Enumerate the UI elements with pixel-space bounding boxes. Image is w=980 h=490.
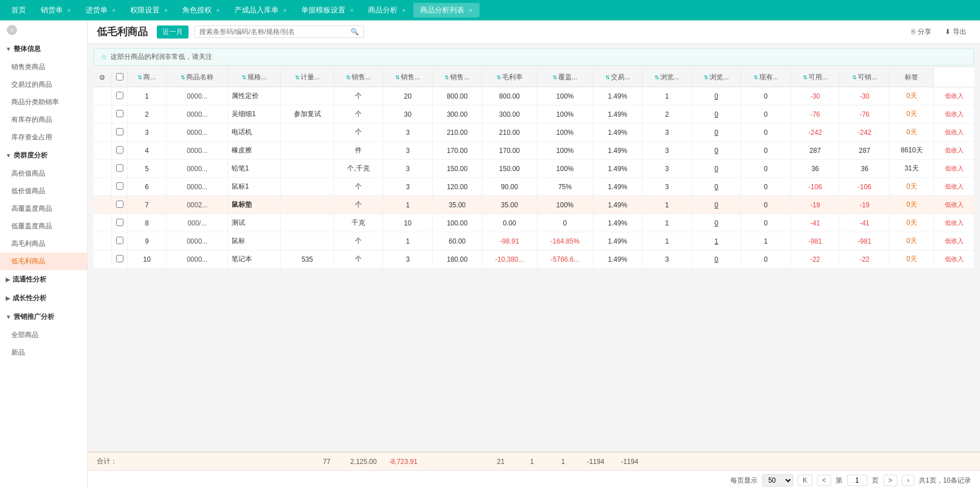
- row-checkbox[interactable]: [112, 250, 127, 269]
- row-view1[interactable]: 0: [692, 123, 741, 142]
- col-unit[interactable]: ⇅计量...: [281, 68, 333, 87]
- col-current[interactable]: ⇅现有...: [741, 68, 790, 87]
- nav-product-entry[interactable]: 产成品入库单 ×: [228, 3, 293, 18]
- page-size-select[interactable]: 10 20 50 100: [762, 474, 793, 487]
- page-number-input[interactable]: [847, 475, 867, 486]
- sidebar-item-all-products[interactable]: 全部商品: [0, 326, 87, 344]
- col-view2[interactable]: ⇅浏览...: [692, 68, 741, 87]
- sidebar-item-high-value[interactable]: 高价值商品: [0, 165, 87, 182]
- col-view1[interactable]: ⇅浏览...: [642, 68, 691, 87]
- sidebar-collapse-btn[interactable]: «: [7, 25, 17, 35]
- sidebar-section-circulation[interactable]: ▶ 流通性分析: [0, 270, 87, 289]
- nav-product-analysis[interactable]: 商品分析 ×: [361, 3, 412, 18]
- col-gross-margin[interactable]: ⇅毛利率: [482, 68, 537, 87]
- row-product-name[interactable]: 测试: [228, 214, 281, 232]
- sidebar-item-high-margin[interactable]: 高毛利商品: [0, 235, 87, 253]
- last-page-button[interactable]: ›: [902, 475, 914, 486]
- nav-sales-order[interactable]: 销货单 ×: [34, 3, 78, 18]
- export-button[interactable]: ⬇ 导出: [940, 25, 971, 39]
- sidebar-section-cluster[interactable]: ▼ 类群度分析: [0, 146, 87, 165]
- sidebar-item-low-margin[interactable]: 低毛利商品: [0, 253, 87, 270]
- row-checkbox[interactable]: [112, 105, 127, 123]
- row-select-checkbox[interactable]: [116, 164, 123, 172]
- row-product-name[interactable]: 鼠标: [228, 232, 281, 250]
- close-icon[interactable]: ×: [112, 7, 115, 14]
- close-icon[interactable]: ×: [216, 7, 220, 14]
- col-code[interactable]: ⇅商...: [127, 68, 166, 87]
- row-product-name[interactable]: 铅笔1: [228, 160, 281, 178]
- row-product-name[interactable]: 鼠标垫: [228, 196, 281, 214]
- row-select-checkbox[interactable]: [116, 255, 123, 262]
- sidebar-section-marketing[interactable]: ▼ 营销推广分析: [0, 308, 87, 326]
- row-select-checkbox[interactable]: [116, 182, 123, 190]
- close-icon[interactable]: ×: [469, 7, 472, 14]
- col-checkbox[interactable]: [112, 68, 127, 87]
- col-sales-price[interactable]: ⇅销售...: [383, 68, 433, 87]
- row-view1[interactable]: 0: [692, 250, 741, 269]
- sidebar-item-low-coverage[interactable]: 低覆盖度商品: [0, 218, 87, 235]
- row-product-name[interactable]: 吴细细1: [228, 105, 281, 123]
- col-spec[interactable]: ⇅规格...: [228, 68, 281, 87]
- sidebar-item-in-stock[interactable]: 有库存的商品: [0, 111, 87, 129]
- col-settings[interactable]: ⚙: [93, 68, 112, 87]
- close-icon[interactable]: ×: [402, 7, 405, 14]
- col-available[interactable]: ⇅可用...: [790, 68, 840, 87]
- row-product-name[interactable]: 鼠标1: [228, 178, 281, 196]
- row-checkbox[interactable]: [112, 178, 127, 196]
- row-view1[interactable]: 0: [692, 87, 741, 105]
- select-all-checkbox[interactable]: [116, 73, 123, 80]
- nav-home[interactable]: 首页: [5, 3, 33, 18]
- nav-purchase-order[interactable]: 进货单 ×: [79, 3, 122, 18]
- search-icon[interactable]: 🔍: [350, 28, 359, 36]
- sidebar-item-traded-products[interactable]: 交易过的商品: [0, 76, 87, 93]
- sidebar-item-category-sales-rate[interactable]: 商品分类助销率: [0, 93, 87, 111]
- sidebar-section-growth[interactable]: ▶ 成长性分析: [0, 289, 87, 308]
- next-page-button[interactable]: >: [883, 475, 897, 486]
- row-view1[interactable]: 0: [692, 105, 741, 123]
- sidebar-item-high-coverage[interactable]: 高覆盖度商品: [0, 200, 87, 218]
- close-icon[interactable]: ×: [67, 7, 71, 14]
- row-checkbox[interactable]: [112, 196, 127, 214]
- close-icon[interactable]: ×: [164, 7, 168, 14]
- close-icon[interactable]: ×: [283, 7, 286, 14]
- row-checkbox[interactable]: [112, 123, 127, 142]
- row-checkbox[interactable]: [112, 160, 127, 178]
- row-select-checkbox[interactable]: [116, 219, 123, 226]
- row-product-name[interactable]: 属性定价: [228, 87, 281, 105]
- row-select-checkbox[interactable]: [116, 110, 123, 117]
- row-product-name[interactable]: 电话机: [228, 123, 281, 142]
- row-select-checkbox[interactable]: [116, 92, 123, 99]
- row-view1[interactable]: 0: [692, 214, 741, 232]
- row-product-name[interactable]: 笔记本: [228, 250, 281, 269]
- row-select-checkbox[interactable]: [116, 201, 123, 208]
- prev-page-button[interactable]: <: [817, 475, 831, 486]
- col-trade[interactable]: ⇅交易...: [593, 68, 642, 87]
- row-view1[interactable]: 0: [692, 178, 741, 196]
- first-page-button[interactable]: K: [798, 475, 812, 486]
- sidebar-item-stock-capital[interactable]: 库存资金占用: [0, 129, 87, 146]
- share-button[interactable]: ⎘ 分享: [907, 25, 936, 39]
- row-checkbox[interactable]: [112, 214, 127, 232]
- time-filter-button[interactable]: 近一月: [157, 25, 189, 39]
- sidebar-item-low-value[interactable]: 低价值商品: [0, 182, 87, 200]
- row-view1[interactable]: 0: [692, 142, 741, 160]
- sidebar-item-new-products[interactable]: 新品: [0, 344, 87, 361]
- sidebar-section-overall[interactable]: ▼ 整体信息: [0, 40, 87, 58]
- col-sellable[interactable]: ⇅可销...: [840, 68, 889, 87]
- close-icon[interactable]: ×: [350, 7, 353, 14]
- nav-template-settings[interactable]: 单据模板设置 ×: [294, 3, 360, 18]
- row-checkbox[interactable]: [112, 87, 127, 105]
- search-input[interactable]: [199, 28, 350, 36]
- col-coverage[interactable]: ⇅覆盖...: [537, 68, 593, 87]
- col-sales-profit[interactable]: ⇅销售...: [433, 68, 482, 87]
- col-tag[interactable]: 标签: [889, 68, 934, 87]
- row-select-checkbox[interactable]: [116, 146, 123, 154]
- nav-product-analysis-list[interactable]: 商品分析列表 ×: [413, 3, 479, 18]
- row-select-checkbox[interactable]: [116, 128, 123, 135]
- row-view1[interactable]: 0: [692, 160, 741, 178]
- nav-permissions[interactable]: 权限设置 ×: [123, 3, 174, 18]
- col-name[interactable]: ⇅商品名称: [166, 68, 228, 87]
- row-product-name[interactable]: 橡皮擦: [228, 142, 281, 160]
- nav-role-auth[interactable]: 角色授权 ×: [176, 3, 226, 18]
- row-select-checkbox[interactable]: [116, 237, 123, 244]
